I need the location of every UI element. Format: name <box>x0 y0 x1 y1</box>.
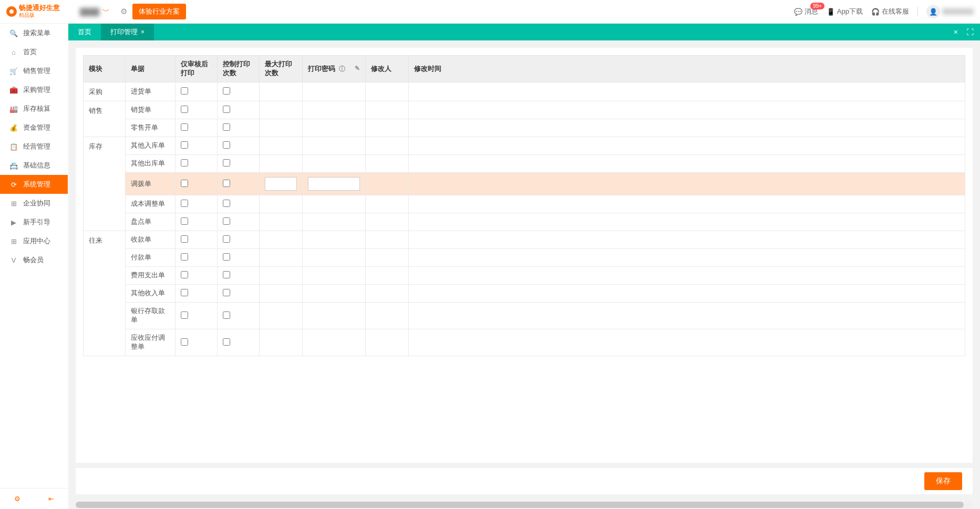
nav-sales[interactable]: 🛒销售管理 <box>0 61 68 80</box>
control-count-checkbox[interactable] <box>223 141 230 149</box>
control-count-checkbox[interactable] <box>223 235 230 243</box>
sidebar-settings-icon[interactable]: ⚙ <box>14 495 20 503</box>
control-count-cell <box>218 119 260 137</box>
nav-system-label: 系统管理 <box>23 180 50 189</box>
control-count-checkbox[interactable] <box>223 311 230 319</box>
scrollbar-thumb[interactable] <box>76 502 964 508</box>
messages-link[interactable]: 💬 消息 99+ <box>794 7 818 16</box>
table-row: 银行存取款单 <box>84 303 965 329</box>
table-row: 费用支出单 <box>84 267 965 285</box>
modifier-cell <box>366 267 409 285</box>
col-password-label: 打印密码 <box>308 65 335 72</box>
only-audit-checkbox[interactable] <box>181 200 188 207</box>
footer-bar: 保存 <box>76 468 973 494</box>
col-modify-time: 修改时间 <box>409 56 965 82</box>
nav-home-icon: ⌂ <box>9 48 18 56</box>
password-cell <box>303 249 366 267</box>
max-count-cell <box>260 155 303 173</box>
control-count-checkbox[interactable] <box>223 217 230 225</box>
control-count-checkbox[interactable] <box>223 180 230 187</box>
control-count-checkbox[interactable] <box>223 123 230 131</box>
only-audit-checkbox[interactable] <box>181 141 188 149</box>
only-audit-checkbox[interactable] <box>181 87 188 95</box>
nav-collab[interactable]: ⊞企业协同 <box>0 194 68 213</box>
control-count-checkbox[interactable] <box>223 159 230 167</box>
tab-print-label: 打印管理 <box>110 27 138 37</box>
nav-inventory[interactable]: 🏭库存核算 <box>0 99 68 118</box>
tab-home[interactable]: 首页 <box>68 24 101 40</box>
nav-baseinfo[interactable]: 📇基础信息 <box>0 156 68 175</box>
control-count-checkbox[interactable] <box>223 253 230 261</box>
modify-time-cell <box>409 329 965 356</box>
nav-purchase[interactable]: 🧰采购管理 <box>0 80 68 99</box>
password-cell <box>303 267 366 285</box>
nav-finance[interactable]: 💰资金管理 <box>0 118 68 137</box>
modifier-cell <box>366 249 409 267</box>
only-audit-checkbox[interactable] <box>181 180 188 187</box>
app-download-link[interactable]: 📱 App下载 <box>827 7 863 16</box>
modify-time-cell <box>409 137 965 155</box>
control-count-checkbox[interactable] <box>223 289 230 296</box>
control-count-cell <box>218 285 260 303</box>
only-audit-checkbox[interactable] <box>181 289 188 296</box>
nav-search[interactable]: 🔍搜索菜单 <box>0 24 68 43</box>
module-cell: 往来 <box>84 231 126 356</box>
messages-badge: 99+ <box>810 3 824 9</box>
nav-guide[interactable]: ▶新手引导 <box>0 213 68 232</box>
only-audit-checkbox[interactable] <box>181 106 188 113</box>
password-cell <box>303 155 366 173</box>
user-name <box>942 8 974 15</box>
horizontal-scrollbar[interactable] <box>76 502 973 508</box>
doc-cell: 调拨单 <box>126 173 176 195</box>
only-audit-cell <box>176 285 218 303</box>
max-count-input[interactable] <box>265 177 297 191</box>
nav-system[interactable]: ⟳系统管理 <box>0 175 68 194</box>
tab-close-all-icon[interactable]: × <box>954 28 958 36</box>
only-audit-checkbox[interactable] <box>181 159 188 167</box>
max-count-cell <box>260 101 303 119</box>
help-icon[interactable]: ⓘ <box>339 65 345 72</box>
nav-operation[interactable]: 📋经营管理 <box>0 137 68 156</box>
nav-guide-icon: ▶ <box>9 219 18 226</box>
user-menu[interactable]: 👤 <box>926 5 974 18</box>
edit-icon[interactable]: ✎ <box>355 65 360 72</box>
sidebar-collapse-icon[interactable]: ⇤ <box>48 495 54 503</box>
only-audit-checkbox[interactable] <box>181 217 188 225</box>
control-count-checkbox[interactable] <box>223 87 230 95</box>
nav-home[interactable]: ⌂首页 <box>0 43 68 61</box>
tab-print-manage[interactable]: 打印管理 × <box>101 24 154 40</box>
fullscreen-icon[interactable]: ⛶ <box>966 28 974 36</box>
only-audit-checkbox[interactable] <box>181 123 188 131</box>
only-audit-checkbox[interactable] <box>181 235 188 243</box>
max-count-cell <box>260 137 303 155</box>
save-button[interactable]: 保存 <box>924 472 962 490</box>
control-count-checkbox[interactable] <box>223 338 230 346</box>
only-audit-cell <box>176 213 218 231</box>
nav-appcenter[interactable]: ⊞应用中心 <box>0 232 68 251</box>
settings-icon[interactable]: ⚙ <box>120 7 127 16</box>
doc-cell: 销货单 <box>126 101 176 119</box>
only-audit-checkbox[interactable] <box>181 311 188 319</box>
only-audit-cell <box>176 195 218 213</box>
max-count-cell <box>260 249 303 267</box>
control-count-checkbox[interactable] <box>223 200 230 207</box>
only-audit-checkbox[interactable] <box>181 338 188 346</box>
password-input[interactable] <box>308 177 360 191</box>
control-count-checkbox[interactable] <box>223 106 230 113</box>
nav-member[interactable]: V畅会员 <box>0 251 68 269</box>
header-right: 💬 消息 99+ 📱 App下载 🎧 在线客服 👤 <box>794 5 974 18</box>
nav-operation-label: 经营管理 <box>23 142 50 151</box>
close-icon[interactable]: × <box>141 28 145 36</box>
only-audit-checkbox[interactable] <box>181 253 188 261</box>
table-row: 其他出库单 <box>84 155 965 173</box>
only-audit-checkbox[interactable] <box>181 271 188 278</box>
trial-button[interactable]: 体验行业方案 <box>132 4 186 19</box>
top-header: 畅捷通好生意 精品版 ████ ﹀ ⚙ 体验行业方案 💬 消息 99+ 📱 Ap… <box>0 0 980 24</box>
col-module: 模块 <box>84 56 126 82</box>
module-cell: 销售 <box>84 101 126 137</box>
doc-cell: 费用支出单 <box>126 267 176 285</box>
online-service-link[interactable]: 🎧 在线客服 <box>871 7 909 16</box>
nav-guide-label: 新手引导 <box>23 217 50 227</box>
control-count-checkbox[interactable] <box>223 271 230 278</box>
org-selector[interactable]: ████ ﹀ <box>75 7 115 16</box>
